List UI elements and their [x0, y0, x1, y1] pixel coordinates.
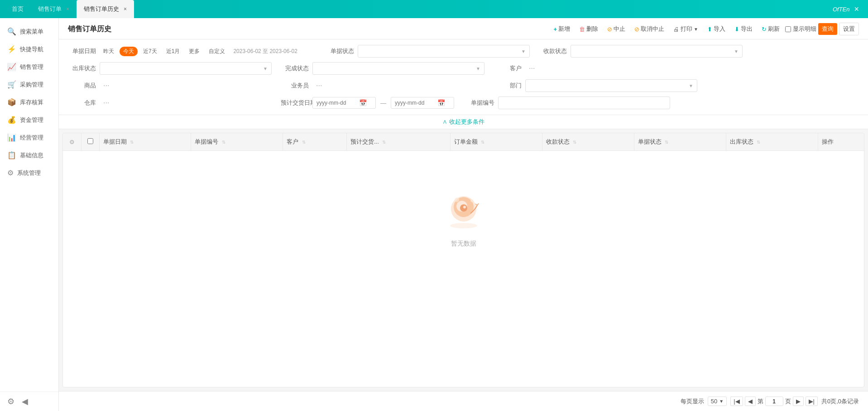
filter-label-product: 商品	[68, 82, 100, 90]
paymentstatus-select[interactable]: ▼	[571, 45, 743, 58]
delivery-date-start-input[interactable]	[317, 100, 357, 106]
import-button[interactable]: ⬆ 导入	[704, 23, 729, 35]
salesman-ellipsis-icon[interactable]: ···	[314, 80, 324, 92]
sidebar-item-inventory[interactable]: 📦 库存核算	[0, 93, 58, 111]
dept-select[interactable]: ▼	[525, 79, 697, 92]
sort-amount-icon: ⇅	[481, 140, 484, 145]
operations-icon: 📊	[7, 133, 16, 142]
sidebar-item-quicknav[interactable]: ⚡ 快捷导航	[0, 40, 58, 58]
filter-dept-control[interactable]: ▼	[525, 79, 697, 92]
empty-state: 暂无数据	[63, 151, 864, 284]
filter-salesman-control[interactable]: ···	[312, 80, 484, 92]
print-button[interactable]: 🖨 打印 ▼	[670, 23, 702, 35]
select-all-checkbox[interactable]	[87, 138, 93, 144]
next-page-button[interactable]: ▶	[793, 396, 804, 406]
topbar-close-icon[interactable]: ×	[854, 5, 859, 14]
th-date[interactable]: 单据日期 ⇅	[99, 133, 191, 151]
docno-input[interactable]	[498, 97, 670, 109]
date-tag-today[interactable]: 今天	[120, 47, 138, 56]
last-page-button[interactable]: ▶|	[806, 396, 818, 406]
per-page-select[interactable]: 50 ▼	[708, 396, 727, 406]
per-page-label: 每页显示	[681, 397, 704, 406]
tab-sales-order[interactable]: 销售订单 ×	[31, 0, 77, 18]
sidebar-item-sales[interactable]: 📈 销售管理	[0, 58, 58, 76]
query-button[interactable]: 查询	[818, 23, 837, 35]
th-customer[interactable]: 客户 ⇅	[283, 133, 347, 151]
empty-illustration	[441, 187, 486, 232]
new-button[interactable]: + 新增	[550, 23, 574, 35]
completestatus-select[interactable]: ▼	[312, 62, 484, 75]
collapse-sidebar-icon[interactable]: ◀	[22, 396, 28, 406]
delete-icon: 🗑	[579, 26, 585, 33]
stop-button[interactable]: ⊘ 中止	[604, 23, 629, 35]
filter-docstatus-control[interactable]: ▼	[358, 45, 530, 58]
filter-paymentstatus-control[interactable]: ▼	[571, 45, 743, 58]
cancel-stop-button[interactable]: ⊘ 取消中止	[631, 23, 668, 35]
outstatus-select[interactable]: ▼	[100, 62, 272, 75]
sidebar: 🔍 搜索菜单 ⚡ 快捷导航 📈 销售管理 🛒 采购管理 📦 库存核算 💰 资金管…	[0, 18, 59, 411]
calendar-start-icon[interactable]: 📅	[359, 99, 367, 106]
th-doc-status[interactable]: 单据状态 ⇅	[634, 133, 726, 151]
collapse-bar[interactable]: ∧ 收起更多条件	[59, 115, 868, 129]
per-page-value: 50	[711, 398, 717, 405]
current-page-input[interactable]	[765, 396, 783, 406]
date-tag-yesterday[interactable]: 昨天	[100, 47, 118, 56]
display-detail-checkbox[interactable]: 显示明细	[785, 25, 816, 33]
tab-sales-history-label: 销售订单历史	[84, 5, 119, 13]
date-tag-custom[interactable]: 自定义	[205, 47, 229, 56]
th-payment-status[interactable]: 收款状态 ⇅	[542, 133, 634, 151]
sidebar-item-finance[interactable]: 💰 资金管理	[0, 111, 58, 129]
svg-point-5	[463, 206, 466, 208]
customer-ellipsis-icon[interactable]: ···	[527, 63, 537, 74]
filter-product-control[interactable]: ···	[100, 80, 272, 92]
settings-gear-icon[interactable]: ⚙	[69, 139, 75, 145]
settings-button[interactable]: 设置	[839, 23, 859, 35]
refresh-button[interactable]: ↻ 刷新	[758, 23, 783, 35]
th-out-status[interactable]: 出库状态 ⇅	[726, 133, 818, 151]
th-settings[interactable]: ⚙	[63, 133, 81, 151]
filter-label-date: 单据日期	[68, 47, 100, 55]
tab-home[interactable]: 首页	[5, 0, 31, 18]
date-tag-1month[interactable]: 近1月	[163, 47, 184, 56]
sidebar-item-purchase[interactable]: 🛒 采购管理	[0, 76, 58, 93]
filter-label-docno: 单据编号	[466, 99, 498, 107]
sort-docno-icon: ⇅	[222, 140, 225, 145]
delete-button[interactable]: 🗑 删除	[575, 23, 602, 35]
filter-warehouse-control[interactable]: ···	[100, 97, 272, 109]
docstatus-select[interactable]: ▼	[358, 45, 530, 58]
date-tag-more[interactable]: 更多	[185, 47, 203, 56]
product-ellipsis-icon[interactable]: ···	[101, 80, 111, 92]
filter-completestatus-control[interactable]: ▼	[312, 62, 484, 75]
filter-row-3: 商品 ··· 业务员 ··· 部门 ▼	[68, 79, 859, 92]
th-checkbox[interactable]	[81, 133, 99, 151]
sidebar-item-basic[interactable]: 📋 基础信息	[0, 146, 58, 164]
delivery-date-end[interactable]: 📅	[391, 97, 454, 109]
delivery-date-start[interactable]: 📅	[312, 97, 376, 109]
close-sales-order-icon[interactable]: ×	[66, 6, 69, 12]
inventory-icon: 📦	[7, 98, 16, 106]
th-delivery[interactable]: 预计交货... ⇅	[346, 133, 450, 151]
close-sales-history-icon[interactable]: ×	[124, 6, 127, 12]
filter-customer-control[interactable]: ···	[525, 63, 697, 74]
th-amount[interactable]: 订单金额 ⇅	[450, 133, 542, 151]
date-tag-7days[interactable]: 近7天	[139, 47, 161, 56]
first-page-button[interactable]: |◀	[730, 396, 743, 406]
filter-label-dept: 部门	[494, 82, 525, 90]
settings-bottom-icon[interactable]: ⚙	[7, 396, 14, 406]
svg-point-6	[455, 198, 459, 202]
export-button[interactable]: ⬇ 导出	[731, 23, 756, 35]
th-docno[interactable]: 单据编号 ⇅	[191, 133, 283, 151]
display-detail-input[interactable]	[785, 26, 791, 32]
filter-label-docstatus: 单据状态	[326, 47, 358, 55]
delivery-date-end-input[interactable]	[395, 100, 436, 106]
tab-sales-history[interactable]: 销售订单历史 ×	[77, 0, 134, 18]
sidebar-item-system[interactable]: ⚙ 系统管理	[0, 164, 58, 182]
sidebar-item-search[interactable]: 🔍 搜索菜单	[0, 23, 58, 40]
calendar-end-icon[interactable]: 📅	[437, 99, 445, 106]
prev-page-button[interactable]: ◀	[745, 396, 756, 406]
filter-docno-control[interactable]	[498, 97, 670, 109]
sidebar-item-operations[interactable]: 📊 经营管理	[0, 129, 58, 146]
filter-outstatus-control[interactable]: ▼	[100, 62, 272, 75]
warehouse-ellipsis-icon[interactable]: ···	[101, 97, 111, 109]
filter-row-1: 单据日期 昨天 今天 近7天 近1月 更多 自定义 2023-06-02 至 2…	[68, 45, 859, 58]
